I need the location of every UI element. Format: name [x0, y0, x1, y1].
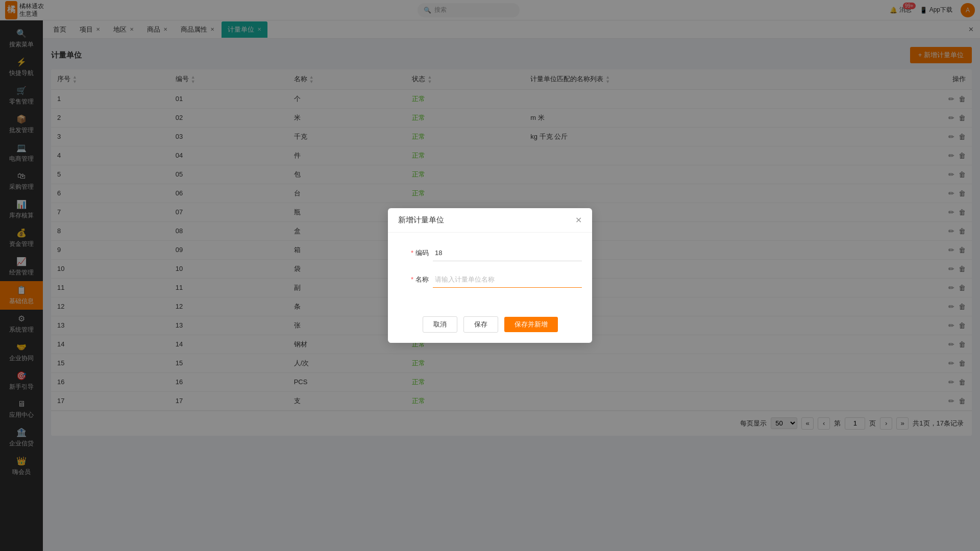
form-label-name: *名称: [398, 275, 429, 284]
dialog-title: 新增计量单位: [398, 215, 444, 225]
name-input[interactable]: [433, 271, 582, 288]
form-label-code: *编码: [398, 248, 429, 258]
form-row-name: *名称: [398, 271, 582, 288]
dialog-close-btn[interactable]: ✕: [575, 215, 582, 225]
required-star-name: *: [411, 276, 413, 283]
dialog-header: 新增计量单位 ✕: [388, 208, 592, 233]
save-button[interactable]: 保存: [463, 316, 498, 333]
save-add-button[interactable]: 保存并新增: [504, 317, 558, 332]
dialog-footer: 取消 保存 保存并新增: [388, 310, 592, 343]
code-input[interactable]: [433, 245, 582, 261]
form-row-code: *编码: [398, 245, 582, 261]
add-unit-dialog: 新增计量单位 ✕ *编码 *名称 取消 保存 保存并新增: [388, 208, 592, 343]
required-star-code: *: [411, 249, 413, 257]
dialog-body: *编码 *名称: [388, 233, 592, 310]
dialog-overlay: 新增计量单位 ✕ *编码 *名称 取消 保存 保存并新增: [0, 0, 980, 551]
cancel-button[interactable]: 取消: [423, 316, 457, 333]
